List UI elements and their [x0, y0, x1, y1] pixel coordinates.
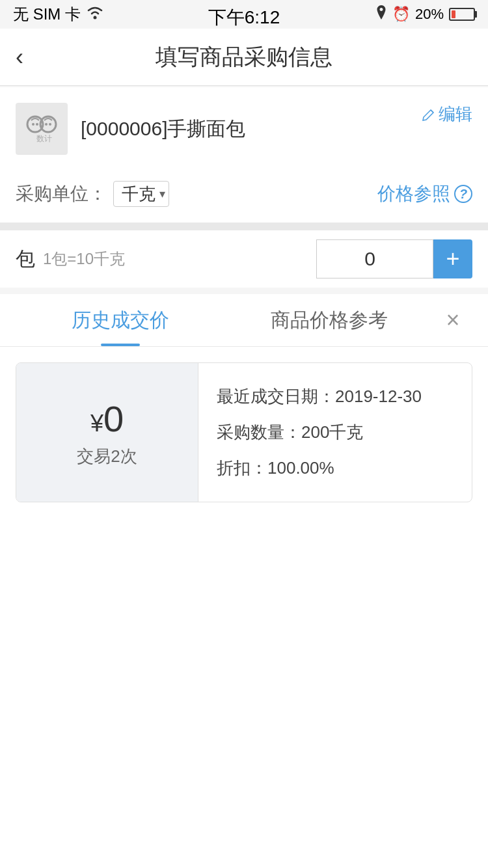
battery-percent: 20%	[415, 6, 444, 23]
edit-button[interactable]: 编辑	[422, 103, 472, 126]
svg-point-0	[94, 16, 97, 20]
section-divider	[0, 223, 488, 230]
page-fill	[0, 518, 488, 868]
back-button[interactable]: ‹	[16, 44, 23, 71]
product-thumbnail: 数计	[16, 103, 68, 155]
recent-date-value: 2019-12-30	[335, 387, 422, 406]
unit-left: 采购单位： 千克	[16, 181, 169, 207]
unit-select-wrapper[interactable]: 千克	[113, 181, 169, 207]
product-left: 数计 [0000006]手撕面包	[16, 103, 245, 155]
product-card: 数计 [0000006]手撕面包 编辑 采购单位： 千克 价格参照 ?	[0, 87, 488, 223]
tabs-container: 历史成交价 商品价格参考 ×	[0, 294, 488, 347]
price-left-panel: ¥0 交易2次	[16, 363, 198, 502]
tab-close-button[interactable]: ×	[433, 294, 472, 346]
unit-label: 采购单位：	[16, 182, 107, 206]
status-bar: 无 SIM 卡 下午6:12 ⏰ 20%	[0, 0, 488, 29]
quantity-plus-button[interactable]: +	[433, 239, 472, 278]
price-right-panel: 最近成交日期：2019-12-30 采购数量：200千克 折扣：100.00%	[198, 363, 472, 502]
sim-status: 无 SIM 卡	[13, 4, 81, 25]
alarm-icon: ⏰	[392, 6, 410, 23]
qty-conversion: 1包=10千克	[43, 249, 125, 269]
product-unit-row: 采购单位： 千克 价格参照 ?	[16, 168, 472, 223]
status-right: ⏰ 20%	[375, 5, 475, 23]
status-left: 无 SIM 卡	[13, 4, 104, 25]
price-amount: 0	[103, 398, 124, 439]
quantity-input-group: +	[316, 239, 472, 278]
discount-label: 折扣：	[217, 458, 267, 478]
battery-icon	[449, 8, 475, 21]
price-card: ¥0 交易2次 最近成交日期：2019-12-30 采购数量：200千克 折扣：…	[16, 362, 472, 502]
tab-price-ref[interactable]: 商品价格参考	[224, 294, 433, 346]
quantity-input[interactable]	[316, 239, 433, 278]
wifi-icon	[86, 5, 104, 23]
quantity-row: 包 1包=10千克 +	[0, 230, 488, 288]
product-header: 数计 [0000006]手撕面包 编辑	[16, 103, 472, 155]
recent-date-row: 最近成交日期：2019-12-30	[217, 384, 454, 409]
qty-row: 采购数量：200千克	[217, 420, 454, 445]
price-value: ¥0	[90, 398, 124, 440]
tab-active-indicator	[101, 344, 140, 346]
currency-symbol: ¥	[90, 410, 103, 437]
quantity-label: 包 1包=10千克	[16, 246, 125, 273]
svg-point-6	[49, 123, 51, 126]
svg-point-3	[32, 123, 34, 126]
price-ref-button[interactable]: 价格参照 ?	[377, 182, 472, 206]
tab-history-price[interactable]: 历史成交价	[16, 294, 224, 346]
location-icon	[375, 5, 387, 23]
page-title: 填写商品采购信息	[156, 42, 332, 72]
discount-value: 100.00%	[267, 458, 334, 478]
info-icon: ?	[454, 185, 472, 203]
svg-point-5	[45, 123, 47, 126]
qty-unit-name: 包	[16, 246, 35, 273]
trade-count: 交易2次	[77, 445, 137, 468]
status-time: 下午6:12	[208, 5, 280, 30]
svg-point-4	[36, 123, 38, 126]
qty-label: 采购数量：	[217, 422, 301, 442]
product-name: [0000006]手撕面包	[81, 116, 245, 142]
price-section: ¥0 交易2次 最近成交日期：2019-12-30 采购数量：200千克 折扣：…	[0, 347, 488, 518]
recent-date-label: 最近成交日期：	[217, 387, 335, 406]
svg-text:数计: 数计	[36, 134, 52, 143]
unit-select[interactable]: 千克	[113, 181, 169, 207]
nav-bar: ‹ 填写商品采购信息	[0, 29, 488, 86]
qty-value: 200千克	[301, 422, 363, 442]
discount-row: 折扣：100.00%	[217, 455, 454, 481]
price-ref-label: 价格参照	[377, 182, 450, 206]
